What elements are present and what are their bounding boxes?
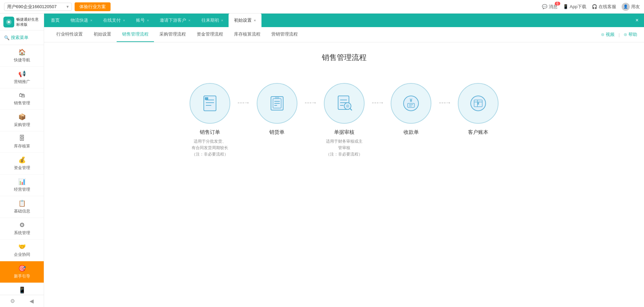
top-bar: 用户690企业1660120507 ▾ 体验行业方案 💬 6 消息 📱 App下…	[0, 0, 644, 14]
top-bar-left: 用户690企业1660120507 ▾ 体验行业方案	[4, 2, 111, 11]
sidebar-label-marketing-promo: 营销推广	[14, 79, 30, 85]
app-download-button[interactable]: 📱 App下载	[563, 4, 586, 10]
search-menu-label: 搜索菜单	[11, 35, 28, 41]
flow-circle-sales-order[interactable]	[190, 83, 230, 124]
nav-tabs: 首页物流快递×在线支付×账号×邀请下游客户×往来期初×初始设置××	[44, 14, 644, 27]
close-tab-invite-downstream[interactable]: ×	[188, 18, 190, 22]
sidebar-icon-ops-mgmt: 📊	[18, 178, 26, 185]
message-icon: 💬	[542, 4, 547, 9]
close-tab-period-init[interactable]: ×	[221, 18, 223, 22]
sidebar-label-finance-mgmt: 资金管理	[14, 165, 30, 171]
svg-point-16	[346, 104, 349, 108]
sub-tab-inventory-flow[interactable]: 库存核算流程	[229, 27, 266, 42]
sidebar-icon-finance-mgmt: 💰	[18, 156, 26, 164]
close-tab-account[interactable]: ×	[147, 18, 149, 22]
sidebar-item-purchase-mgmt[interactable]: 📦采购管理	[0, 110, 44, 131]
flow-circle-sales-delivery[interactable]	[257, 83, 297, 124]
sidebar-icon-quick-guide: 🏠	[18, 48, 26, 56]
flow-circle-customer-ledger[interactable]: ¥	[458, 83, 499, 124]
sidebar-bottom: ⚙ ◀	[0, 295, 44, 307]
message-badge: 6	[555, 2, 560, 5]
sidebar-item-ops-mgmt[interactable]: 📊经营管理	[0, 175, 44, 196]
sidebar-icon-purchase-mgmt: 📦	[18, 113, 26, 121]
sidebar-label-new-guide: 新手引导	[14, 273, 30, 279]
flow-step-name-sales-delivery: 销货单	[269, 129, 285, 136]
search-menu-button[interactable]: 🔍 搜索菜单	[3, 33, 41, 42]
avatar: 👤	[622, 3, 630, 11]
sidebar-icon-enterprise-coop: 🤝	[18, 243, 26, 250]
online-service-label: 在线客服	[599, 4, 616, 10]
sidebar-item-marketing-promo[interactable]: 📢营销推广	[0, 67, 44, 88]
sub-tabs: 行业特性设置初始设置销售管理流程采购管理流程资金管理流程库存核算流程营销管理流程…	[44, 27, 644, 42]
sidebar-label-quick-guide: 快捷导航	[14, 57, 30, 63]
video-button[interactable]: ⊙ 视频	[601, 32, 614, 38]
sidebar-item-finance-mgmt[interactable]: 💰资金管理	[0, 153, 44, 175]
collapse-sidebar-button[interactable]: ◀	[30, 298, 34, 304]
nav-tab-invite-downstream[interactable]: 邀请下游客户×	[154, 14, 196, 27]
nav-tab-initial-setup[interactable]: 初始设置×	[229, 14, 261, 27]
close-tab-initial-setup[interactable]: ×	[254, 18, 256, 22]
nav-tab-logistics[interactable]: 物流快递×	[65, 14, 98, 27]
sidebar-icon-marketing-promo: 📢	[18, 70, 26, 78]
trial-industry-button[interactable]: 体验行业方案	[75, 2, 111, 11]
user-selector[interactable]: 用户690企业1660120507 ▾	[4, 3, 72, 11]
sidebar-logo: 畅捷通好生意 标准版	[0, 14, 44, 30]
help-button[interactable]: ⊙ 帮助	[624, 32, 637, 38]
sidebar-label-system-mgmt: 系统管理	[14, 230, 30, 236]
nav-tab-label-logistics: 物流快递	[71, 17, 88, 23]
app-download-label: App下载	[570, 4, 586, 10]
sidebar-label-ops-mgmt: 经营管理	[14, 187, 30, 192]
nav-tab-period-init[interactable]: 往来期初×	[196, 14, 229, 27]
sidebar: 畅捷通好生意 标准版 🔍 搜索菜单 🏠快捷导航📢营销推广🛍销售管理📦采购管理🗄库…	[0, 14, 44, 307]
sub-tab-industry-settings[interactable]: 行业特性设置	[51, 27, 88, 42]
download-icon: 📱	[563, 4, 568, 9]
sub-tabs-right: ⊙ 视频 | ⊙ 帮助	[601, 32, 637, 38]
content-area: 首页物流快递×在线支付×账号×邀请下游客户×往来期初×初始设置×× 行业特性设置…	[44, 14, 644, 307]
flow-step-sales-order: 销售订单 适用于分批发货、有合同发货周期较长（注：非必要流程）	[179, 83, 240, 158]
nav-tab-payment[interactable]: 在线支付×	[98, 14, 130, 27]
sidebar-search: 🔍 搜索菜单	[0, 30, 44, 45]
sidebar-icon-app-center: 📱	[18, 286, 26, 294]
sidebar-item-app-center[interactable]: 📱应用中心	[0, 283, 44, 295]
close-tab-payment[interactable]: ×	[123, 18, 125, 22]
sidebar-icon-sales-mgmt: 🛍	[19, 92, 25, 99]
nav-tab-label-account: 账号	[136, 17, 145, 23]
sidebar-item-system-mgmt[interactable]: ⚙系统管理	[0, 218, 44, 240]
flow-step-desc-voucher-audit: 适用于财务审核或主管审核（注：非必要流程）	[326, 138, 363, 158]
nav-tab-label-payment: 在线支付	[103, 17, 121, 23]
sidebar-item-enterprise-coop[interactable]: 🤝企业协同	[0, 240, 44, 261]
sub-tab-purchase-flow[interactable]: 采购管理流程	[154, 27, 191, 42]
sub-tab-initial-setup[interactable]: 初始设置	[88, 27, 117, 42]
svg-line-17	[350, 108, 352, 110]
headset-icon: 🎧	[592, 4, 597, 9]
flow-circle-voucher-audit[interactable]	[324, 83, 365, 124]
sidebar-item-basic-info[interactable]: 📋基础信息	[0, 196, 44, 218]
close-all-tabs-button[interactable]: ×	[631, 17, 643, 23]
settings-icon[interactable]: ⚙	[10, 298, 15, 304]
nav-tab-home[interactable]: 首页	[45, 14, 65, 27]
flow-step-desc-sales-order: 适用于分批发货、有合同发货周期较长（注：非必要流程）	[192, 138, 228, 158]
sidebar-icon-inventory: 🗄	[19, 135, 25, 142]
flow-step-name-voucher-audit: 单据审核	[334, 129, 354, 136]
user-menu-button[interactable]: 👤 用友	[622, 3, 640, 11]
main-layout: 畅捷通好生意 标准版 🔍 搜索菜单 🏠快捷导航📢营销推广🛍销售管理📦采购管理🗄库…	[0, 14, 644, 307]
sidebar-label-basic-info: 基础信息	[14, 208, 30, 214]
message-button[interactable]: 💬 6 消息	[542, 4, 558, 10]
sidebar-item-sales-mgmt[interactable]: 🛍销售管理	[0, 88, 44, 110]
sidebar-item-quick-guide[interactable]: 🏠快捷导航	[0, 45, 44, 67]
flow-step-name-customer-ledger: 客户账本	[468, 129, 488, 136]
sidebar-item-inventory[interactable]: 🗄库存核算	[0, 131, 44, 153]
sidebar-icon-new-guide: 🎯	[18, 265, 26, 272]
sub-tab-finance-flow[interactable]: 资金管理流程	[191, 27, 229, 42]
flow-title: 销售管理流程	[58, 53, 630, 63]
nav-tab-account[interactable]: 账号×	[131, 14, 154, 27]
online-service-button[interactable]: 🎧 在线客服	[592, 4, 616, 10]
user-name-label: 用友	[631, 4, 640, 10]
flow-content: 销售管理流程 销售订单 适用于分批发货、有合同发货周期较长（注：非必要流程） -…	[44, 42, 644, 168]
sub-tab-marketing-flow[interactable]: 营销管理流程	[266, 27, 303, 42]
sub-tab-sales-flow[interactable]: 销售管理流程	[117, 27, 154, 42]
flow-circle-receipt[interactable]: ¥	[391, 83, 431, 124]
sidebar-label-sales-mgmt: 销售管理	[14, 100, 30, 106]
close-tab-logistics[interactable]: ×	[90, 18, 92, 22]
sidebar-item-new-guide[interactable]: 🎯新手引导	[0, 261, 44, 283]
